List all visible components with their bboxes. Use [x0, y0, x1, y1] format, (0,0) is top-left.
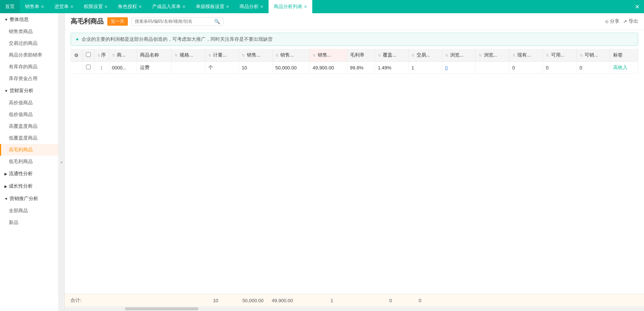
td-checkbox[interactable] [82, 62, 94, 74]
th-tag: 标签 [610, 49, 638, 62]
sort-icon-sales-profit: ⇅ [313, 53, 316, 57]
th-code[interactable]: ⇅ 商... [109, 49, 137, 62]
sort-icon-sales-qty: ⇅ [242, 53, 245, 57]
sidebar-item-stocked-products[interactable]: 有库存的商品 [0, 61, 58, 73]
nav-product-analysis-list-close[interactable]: ✕ [304, 4, 307, 9]
filter-recent-month-button[interactable]: 近一月 [107, 17, 128, 26]
footer-trade-count: 1 [328, 298, 357, 303]
content-area: 高毛利商品 近一月 🔍 ⎋ 分享 ↗ 导出 ✦ 企业的主要的利润都是这部分商品创… [65, 13, 644, 311]
th-spec[interactable]: ⇅ 规格... [172, 49, 205, 62]
th-name[interactable]: 商品名称 [137, 49, 172, 62]
content-header: 高毛利商品 近一月 🔍 ⎋ 分享 ↗ 导出 [65, 13, 644, 30]
td-sales-profit: 49,900.00 [310, 62, 347, 74]
sort-icon: ⇅ [97, 53, 100, 57]
share-button[interactable]: ⎋ 分享 [605, 18, 619, 25]
nav-finished-goods[interactable]: 产成品入库单 ✕ [147, 0, 191, 13]
th-browse2[interactable]: ⇅ 浏览... [476, 49, 510, 62]
sidebar-group-liquidity[interactable]: ▶ 流通性分析 [0, 167, 58, 180]
td-gear [71, 62, 82, 74]
th-avail-stock[interactable]: ⇅ 可用... [543, 49, 577, 62]
td-gross-rate: 99.8% [347, 62, 375, 74]
sidebar-item-low-coverage[interactable]: 低覆盖度商品 [0, 132, 58, 144]
close-all-button[interactable]: ✕ [630, 3, 644, 10]
marketing-group-arrow: ▼ [4, 197, 8, 201]
select-all-checkbox[interactable] [86, 52, 91, 57]
th-browse1[interactable]: ⇅ 浏览... [442, 49, 476, 62]
nav-product-analysis-close[interactable]: ✕ [260, 4, 263, 9]
nav-permission-settings-close[interactable]: ✕ [104, 4, 108, 9]
nav-home[interactable]: 首页 [0, 0, 20, 13]
sidebar-item-high-margin[interactable]: 高毛利商品 [0, 144, 58, 156]
scroll-thumb[interactable] [125, 307, 198, 310]
nav-permission-settings[interactable]: 权限设置 ✕ [79, 0, 113, 13]
table-wrapper[interactable]: ⚙ ⇅序 ⇅ 商... 商品名称 [65, 49, 644, 294]
page-title: 高毛利商品 [71, 17, 104, 26]
td-name: 运费 [137, 62, 172, 74]
th-sales-amount[interactable]: ⇅ 销售... [272, 49, 310, 62]
footer-sales-amount: 50,000.00 [240, 298, 269, 303]
sidebar-collapse-button[interactable]: « [59, 13, 65, 311]
footer-label: 合计: [71, 297, 82, 304]
th-sales-profit[interactable]: ⇅ 销售... [310, 49, 347, 62]
th-trade-count[interactable]: ⇅ 交易... [409, 49, 442, 62]
th-gear[interactable]: ⚙ [71, 49, 82, 62]
sidebar-group-overall[interactable]: ▼ 整体信息 [0, 13, 58, 26]
sort-icon-coverage: ⇅ [378, 53, 381, 57]
footer-bar: 合计: 10 50,000.00 49,900.00 1 0 0 [65, 294, 644, 307]
footer-values: 10 50,000.00 49,900.00 1 0 0 [89, 298, 638, 303]
sidebar-item-high-coverage[interactable]: 高覆盖度商品 [0, 120, 58, 132]
wealth-group-arrow: ▼ [4, 89, 8, 93]
data-table: ⚙ ⇅序 ⇅ 商... 商品名称 [71, 49, 638, 74]
th-sale-stock[interactable]: ⇅ 可销... [576, 49, 610, 62]
th-coverage[interactable]: ⇅ 覆盖... [375, 49, 409, 62]
sort-icon-unit: ⇅ [208, 53, 211, 57]
row-checkbox[interactable] [86, 65, 91, 69]
sidebar-group-growth[interactable]: ▶ 成长性分析 [0, 180, 58, 192]
nav-role-auth-close[interactable]: ✕ [138, 4, 142, 9]
sidebar-item-sales-products[interactable]: 销售类商品 [0, 26, 58, 37]
nav-purchase-order-close[interactable]: ✕ [70, 4, 73, 9]
sidebar-item-traded-products[interactable]: 交易过的商品 [0, 37, 58, 49]
sidebar-item-category-rate[interactable]: 商品分类助销率 [0, 49, 58, 61]
sidebar-item-high-value[interactable]: 高价值商品 [0, 97, 58, 109]
liquidity-group-arrow: ▶ [4, 172, 7, 176]
header-actions: ⎋ 分享 ↗ 导出 [605, 18, 638, 25]
nav-product-analysis-list[interactable]: 商品分析列表 ✕ [269, 0, 312, 13]
sidebar-item-low-margin[interactable]: 低毛利商品 [0, 156, 58, 167]
th-checkbox[interactable] [82, 49, 94, 62]
td-current-stock: 0 [509, 62, 543, 74]
sort-icon-sale-stock: ⇅ [580, 53, 583, 57]
th-gross-rate[interactable]: 毛利率 [347, 49, 375, 62]
search-input[interactable] [135, 19, 213, 24]
sort-icon-trade-count: ⇅ [411, 53, 414, 57]
nav-template-settings-close[interactable]: ✕ [226, 4, 229, 9]
nav-product-analysis[interactable]: 商品分析 ✕ [234, 0, 269, 13]
export-button[interactable]: ↗ 导出 [623, 18, 638, 25]
main-layout: ▼ 整体信息 销售类商品 交易过的商品 商品分类助销率 有库存的商品 库存资金占… [0, 13, 644, 311]
sidebar-group-wealth[interactable]: ▼ 货财富分析 [0, 84, 58, 97]
td-sale-stock: 0 [576, 62, 610, 74]
nav-purchase-order[interactable]: 进货单 ✕ [49, 0, 79, 13]
th-unit[interactable]: ⇅ 计量... [205, 49, 239, 62]
sidebar-item-low-value[interactable]: 低价值商品 [0, 109, 58, 120]
sidebar-item-inventory-capital[interactable]: 库存资金占用 [0, 73, 58, 84]
table-row: 1 0000... 运费 个 10 50,000.00 49,900.00 99… [71, 62, 638, 74]
info-banner: ✦ 企业的主要的利润都是这部分商品创造的，可考虑加大推广，同时关注库存是不要出现… [71, 33, 638, 46]
td-browse2 [476, 62, 510, 74]
sidebar-item-all-products[interactable]: 全部商品 [0, 205, 58, 217]
th-sales-qty[interactable]: ⇅ 销售... [239, 49, 273, 62]
overall-group-arrow: ▼ [4, 18, 8, 22]
top-navigation: 首页 销售单 ✕ 进货单 ✕ 权限设置 ✕ 角色授权 ✕ 产成品入库单 ✕ 单据… [0, 0, 644, 13]
horizontal-scrollbar[interactable] [65, 307, 644, 311]
nav-role-auth[interactable]: 角色授权 ✕ [113, 0, 147, 13]
sort-icon-code: ⇅ [112, 53, 115, 57]
sidebar-item-new-products[interactable]: 新品 [0, 217, 58, 228]
nav-finished-goods-close[interactable]: ✕ [182, 4, 186, 9]
nav-sales-order-close[interactable]: ✕ [41, 4, 44, 9]
sidebar-group-marketing[interactable]: ▼ 营销推广分析 [0, 192, 58, 205]
table-header-row: ⚙ ⇅序 ⇅ 商... 商品名称 [71, 49, 638, 62]
nav-sales-order[interactable]: 销售单 ✕ [20, 0, 49, 13]
td-browse1[interactable]: 0 [442, 62, 476, 74]
th-current-stock[interactable]: ⇅ 现有... [509, 49, 543, 62]
nav-template-settings[interactable]: 单据模板设置 ✕ [191, 0, 234, 13]
